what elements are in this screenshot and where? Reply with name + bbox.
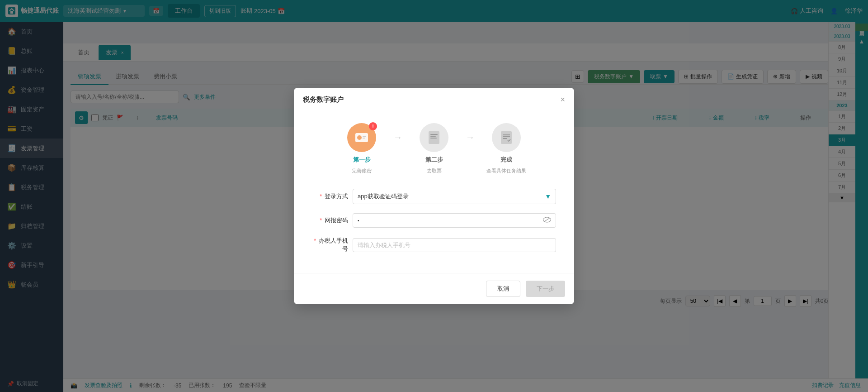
modal-footer: 取消 下一步 (294, 273, 574, 304)
step-1: ! 第一步 完善账密 (330, 123, 393, 174)
phone-required: * (314, 237, 316, 244)
svg-line-15 (544, 218, 550, 222)
modal-close-btn[interactable]: × (560, 95, 565, 105)
password-input-wrapper: • (353, 213, 556, 228)
step1-desc: 完善账密 (352, 167, 372, 174)
login-method-label: * 登录方式 (312, 192, 353, 201)
svg-rect-9 (430, 138, 437, 139)
login-method-select[interactable]: app获取验证码登录 ▼ (353, 189, 556, 204)
step-arrow-2: → (466, 123, 475, 143)
svg-rect-8 (430, 136, 436, 137)
step1-icon: ! (347, 123, 376, 152)
login-method-required: * (320, 193, 322, 200)
svg-rect-7 (430, 134, 438, 135)
phone-input[interactable] (353, 238, 556, 252)
phone-control (353, 238, 556, 252)
login-method-value: app获取验证码登录 (358, 192, 409, 201)
login-method-label-text: 登录方式 (325, 193, 348, 200)
step3-desc: 查看具体任务结果 (486, 167, 526, 174)
password-field: * 网报密码 • (312, 213, 556, 228)
step3-icon (492, 123, 521, 152)
svg-rect-5 (363, 138, 365, 139)
password-control: • (353, 213, 556, 228)
password-label: * 网报密码 (312, 216, 353, 225)
eye-toggle-icon[interactable] (543, 217, 551, 224)
step3-title: 完成 (500, 156, 512, 164)
phone-label: * 办税人手机号 (312, 237, 353, 253)
invoice-svg (426, 129, 442, 146)
step2-desc: 去取票 (427, 167, 442, 174)
step-arrow-1: → (393, 123, 402, 143)
password-dots: • (358, 218, 360, 223)
step2-icon (420, 123, 448, 152)
complete-svg (498, 129, 514, 146)
password-label-text: 网报密码 (325, 217, 348, 224)
svg-point-3 (357, 135, 362, 140)
step1-title: 第一步 (353, 156, 371, 164)
steps-container: ! 第一步 完善账密 → 第 (312, 123, 556, 174)
password-required: * (320, 217, 322, 224)
modal-title: 税务数字账户 (303, 96, 344, 104)
phone-field: * 办税人手机号 (312, 237, 556, 253)
step2-title: 第二步 (425, 156, 443, 164)
cancel-btn[interactable]: 取消 (486, 281, 520, 297)
select-arrow-icon: ▼ (545, 193, 551, 200)
next-btn[interactable]: 下一步 (526, 281, 565, 297)
person-card-svg (354, 129, 370, 146)
step-3: 完成 查看具体任务结果 (475, 123, 538, 174)
modal-overlay[interactable]: 税务数字账户 × ! (0, 0, 868, 392)
step1-error-badge: ! (369, 122, 377, 130)
login-method-field: * 登录方式 app获取验证码登录 ▼ (312, 189, 556, 204)
step-2: 第二步 去取票 (402, 123, 466, 174)
svg-rect-4 (363, 136, 366, 137)
modal-body: ! 第一步 完善账密 → 第 (294, 112, 574, 273)
modal-header: 税务数字账户 × (294, 88, 574, 112)
phone-label-text: 办税人手机号 (319, 237, 348, 252)
modal-dialog: 税务数字账户 × ! (294, 88, 574, 304)
login-method-control: app获取验证码登录 ▼ (353, 189, 556, 204)
